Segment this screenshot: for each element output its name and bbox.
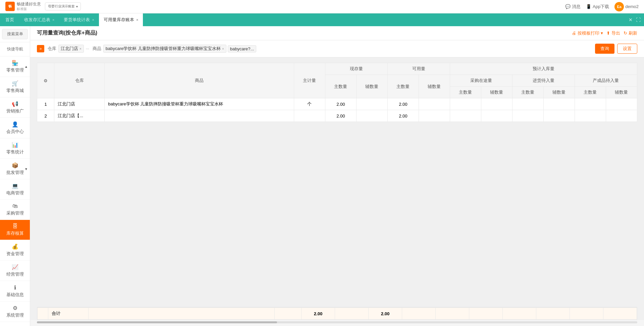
th-settings[interactable]: ⚙ — [37, 63, 54, 98]
table-row: 2 江北门店【... 2.00 2.00 — [37, 110, 637, 122]
th-planned-inbound: 预计入库量 — [450, 63, 637, 75]
fullscreen-icon[interactable]: ⛶ — [636, 17, 641, 22]
top-bar-right: 💬 消息 📱 App下载 Ea demo2 — [565, 2, 639, 11]
tab-order[interactable]: 要货单统计表 × — [59, 13, 99, 26]
row-available-sub — [419, 110, 450, 122]
row-warehouse: 江北门店 — [54, 98, 105, 110]
warehouse-tag-jiangbei[interactable]: 江北门店 × — [58, 45, 84, 53]
sidebar-nav: 快捷导航 — [0, 42, 30, 56]
th-incoming-pending: 进货待入量 — [512, 75, 575, 87]
sidebar-item-finance[interactable]: 💰 资金管理 — [0, 240, 30, 261]
row-incoming-main — [512, 98, 543, 110]
tab-receive-close[interactable]: × — [52, 18, 54, 22]
sidebar-item-marketing[interactable]: 📢 营销推广 — [0, 97, 30, 118]
sidebar-item-enterprise[interactable]: 🤝 企业协同 — [0, 322, 30, 326]
filter-expand-btn[interactable]: » — [37, 45, 44, 52]
close-all-icon[interactable]: ✕ — [629, 17, 633, 22]
th-available-sub: 辅数量 — [419, 75, 450, 98]
sidebar-item-basic-info[interactable]: ℹ 基础信息 — [0, 281, 30, 301]
row-prod-main — [575, 98, 606, 110]
warehouse-tag-label: 江北门店 — [61, 46, 78, 52]
sidebar-item-system[interactable]: ⚙ 系统管理 — [0, 301, 30, 322]
message-icon: 💬 — [565, 4, 571, 9]
sidebar-item-purchase[interactable]: 🛍 采购管理 — [0, 200, 30, 220]
product-tag-2[interactable]: babycare?... — [228, 45, 257, 52]
settings-btn[interactable]: 设置 — [617, 44, 637, 54]
warehouse-tag-close[interactable]: × — [79, 47, 82, 51]
page-header: 可用量查询(按仓库+商品) 🖨 按模板打印 ▾ ⬆ 导出 ↻ 刷新 — [30, 26, 644, 40]
sidebar-item-retail-stats[interactable]: 📊 零售统计 — [0, 138, 30, 159]
sidebar-item-member-label: 会员中心 — [6, 129, 24, 135]
table-wrapper: ⚙ 仓库 商品 主计量 现存量 可用量 预计入库量 主数量 辅数量 主数量 辅数… — [30, 57, 644, 307]
phone-icon: 📱 — [586, 4, 591, 9]
print-btn[interactable]: 🖨 按模板打印 ▾ — [572, 30, 603, 36]
row-current-sub — [356, 110, 387, 122]
settings-icon[interactable]: ⚙ — [44, 78, 48, 83]
row-num: 1 — [37, 98, 54, 110]
row-unit: 个 — [294, 98, 325, 110]
user-menu[interactable]: Ea demo2 — [614, 2, 639, 11]
main-layout: 搜索菜单 快捷导航 🏪 零售管理 ▲ 🛒 零售商城 📢 营销推广 👤 会员中心 — [0, 26, 644, 326]
row-pur-transit-main — [450, 98, 481, 110]
sidebar: 搜索菜单 快捷导航 🏪 零售管理 ▲ 🛒 零售商城 📢 营销推广 👤 会员中心 — [0, 26, 30, 326]
sidebar-item-ecommerce-label: 电商管理 — [6, 190, 24, 196]
export-btn[interactable]: ⬆ 导出 — [606, 30, 620, 36]
tab-home[interactable]: 首页 — [0, 13, 19, 26]
app-download-btn[interactable]: 📱 App下载 — [586, 4, 609, 10]
chevron-icon-print: ▾ — [601, 31, 603, 36]
retail-stats-icon: 📊 — [12, 142, 18, 148]
tab-receive[interactable]: 收发存汇总表 × — [19, 13, 59, 26]
warehouse-filter-more[interactable]: ··· — [86, 46, 89, 51]
product-tag-1[interactable]: babycare学饮杯 儿童防摔防撞吸管杯重力球吸嘴杯宝宝水杯 × — [103, 45, 226, 53]
bottom-scroll — [30, 320, 644, 326]
row-current-sub — [356, 98, 387, 110]
th-production-pending: 产成品待入量 — [575, 75, 637, 87]
logo-area: 畅 畅捷通好生意 标准版 — [5, 2, 41, 11]
sidebar-item-inventory[interactable]: 🗄 库存核算 — [0, 220, 30, 240]
data-table: ⚙ 仓库 商品 主计量 现存量 可用量 预计入库量 主数量 辅数量 主数量 辅数… — [37, 63, 637, 122]
tab-bar-actions: ✕ ⛶ — [625, 13, 644, 26]
product-filter-group: 商品 babycare学饮杯 儿童防摔防撞吸管杯重力球吸嘴杯宝宝水杯 × bab… — [93, 45, 256, 53]
scroll-track[interactable] — [37, 321, 637, 323]
refresh-label: 刷新 — [629, 30, 637, 36]
sidebar-item-quick-nav[interactable]: 快捷导航 — [0, 44, 30, 55]
th-available: 可用量 — [387, 63, 450, 75]
message-btn[interactable]: 💬 消息 — [565, 4, 581, 10]
sidebar-top: 搜索菜单 — [0, 26, 30, 42]
th-incoming-sub: 辅数量 — [543, 87, 575, 98]
footer-available-main: 2.00 — [369, 308, 402, 320]
sidebar-item-purchase-label: 采购管理 — [6, 210, 24, 216]
logo-icon: 畅 — [5, 2, 15, 11]
retail-mall-icon: 🛒 — [12, 80, 18, 87]
tab-available-close[interactable]: × — [136, 18, 138, 22]
sidebar-item-inventory-label: 库存核算 — [6, 230, 24, 236]
avatar: Ea — [614, 2, 624, 11]
tab-order-label: 要货单统计表 — [64, 17, 90, 23]
industry-selector[interactable]: 母婴行业演示账套 ▾ — [45, 2, 81, 10]
sidebar-section: 🏪 零售管理 ▲ 🛒 零售商城 📢 营销推广 👤 会员中心 📊 零售统计 — [0, 56, 30, 326]
th-warehouse: 仓库 — [54, 63, 105, 98]
tab-bar: 首页 收发存汇总表 × 要货单统计表 × 可用量库存账本 × ✕ ⛶ — [0, 13, 644, 26]
ecommerce-icon: 💻 — [12, 183, 18, 189]
tab-available[interactable]: 可用量库存账本 × — [99, 13, 143, 26]
product-tag-2-label: babycare?... — [230, 46, 254, 51]
row-num: 2 — [37, 110, 54, 122]
search-menu-btn[interactable]: 搜索菜单 — [2, 29, 28, 39]
sidebar-item-retail-mgmt[interactable]: 🏪 零售管理 ▲ — [0, 56, 30, 77]
sidebar-item-ecommerce[interactable]: 💻 电商管理 — [0, 179, 30, 200]
member-icon: 👤 — [12, 121, 18, 128]
product-tag-1-close[interactable]: × — [222, 47, 224, 51]
th-prod-sub: 辅数量 — [606, 87, 637, 98]
query-btn[interactable]: 查询 — [595, 44, 614, 54]
sidebar-item-retail-mall[interactable]: 🛒 零售商城 — [0, 77, 30, 97]
sidebar-item-member[interactable]: 👤 会员中心 — [0, 118, 30, 138]
th-purchase-transit: 采购在途量 — [450, 75, 512, 87]
product-filter-tags: babycare学饮杯 儿童防摔防撞吸管杯重力球吸嘴杯宝宝水杯 × babyca… — [103, 45, 256, 53]
scroll-thumb[interactable] — [37, 321, 277, 323]
sidebar-item-operations[interactable]: 📈 经营管理 — [0, 261, 30, 281]
sidebar-item-wholesale-mgmt[interactable]: 📦 批发管理 ▼ — [0, 159, 30, 179]
refresh-btn[interactable]: ↻ 刷新 — [624, 30, 637, 36]
print-label: 按模板打印 — [578, 30, 599, 36]
tab-order-close[interactable]: × — [92, 18, 94, 22]
row-available-main: 2.00 — [387, 110, 419, 122]
